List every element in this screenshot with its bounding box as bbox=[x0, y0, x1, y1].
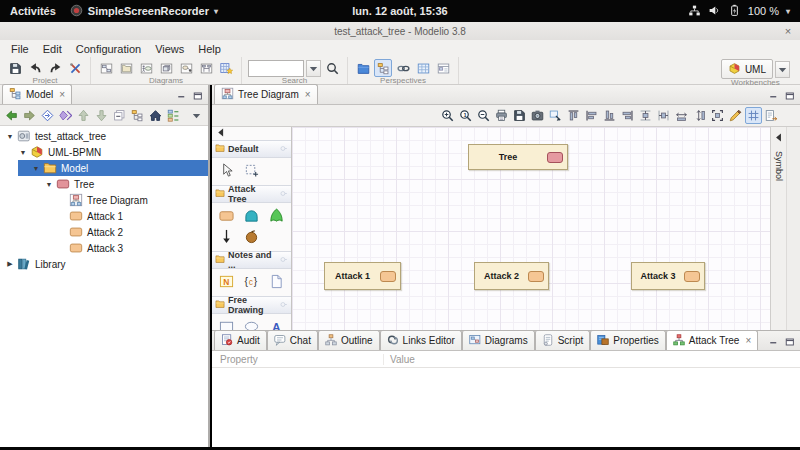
symbol-panel-collapsed[interactable]: Symbol bbox=[770, 127, 786, 330]
related2-icon[interactable] bbox=[57, 107, 74, 124]
diagram-canvas[interactable]: TreeAttack 1Attack 2Attack 3 bbox=[292, 127, 770, 330]
snapshot-icon[interactable] bbox=[529, 107, 546, 124]
collapse-arrow-icon[interactable]: ▼ bbox=[17, 149, 29, 156]
marquee-tool[interactable] bbox=[241, 161, 261, 180]
and-gate-tool[interactable] bbox=[241, 206, 261, 225]
new-matrix-icon[interactable] bbox=[217, 59, 235, 77]
pin-icon[interactable] bbox=[279, 189, 288, 200]
sequence-diagram-icon[interactable] bbox=[197, 59, 215, 77]
or-gate-tool[interactable] bbox=[266, 206, 286, 225]
palette-section-free-drawing[interactable]: Free Drawing bbox=[212, 296, 291, 314]
menu-views[interactable]: Views bbox=[148, 43, 191, 55]
note-tool[interactable]: N bbox=[216, 272, 236, 291]
palette-section-notes-and-[interactable]: Notes and ... bbox=[212, 251, 291, 269]
tree-item-model[interactable]: ▼Model bbox=[0, 160, 208, 176]
expand-arrow-icon[interactable]: ▶ bbox=[4, 260, 16, 268]
properties-table-body[interactable] bbox=[212, 368, 800, 447]
link-tool[interactable] bbox=[216, 227, 236, 246]
minimize-button[interactable] bbox=[767, 90, 780, 101]
diagram-node-attack-3[interactable]: Attack 3 bbox=[631, 262, 705, 290]
pin-icon[interactable] bbox=[279, 144, 288, 155]
view-menu-icon[interactable] bbox=[188, 107, 205, 124]
model-tree-icon[interactable] bbox=[374, 59, 392, 77]
close-icon[interactable]: × bbox=[59, 89, 65, 100]
tree-item-tree-diagram[interactable]: Tree Diagram bbox=[0, 192, 208, 208]
system-tray[interactable]: 100 % ▾ bbox=[688, 4, 800, 19]
distribute-h-icon[interactable] bbox=[655, 107, 672, 124]
export-icon[interactable] bbox=[763, 107, 780, 124]
grid-icon[interactable] bbox=[745, 107, 762, 124]
window-close-button[interactable]: × bbox=[776, 25, 800, 37]
search-input[interactable] bbox=[248, 60, 304, 77]
pin-icon[interactable] bbox=[279, 300, 288, 311]
tab-diagrams[interactable]: Diagrams bbox=[462, 330, 535, 350]
home-icon[interactable] bbox=[147, 107, 164, 124]
redo-icon[interactable] bbox=[46, 59, 64, 77]
palette-section-attack-tree[interactable]: Attack Tree bbox=[212, 185, 291, 203]
tree-item-attack-2[interactable]: Attack 2 bbox=[0, 224, 208, 240]
zoom-select-icon[interactable] bbox=[547, 107, 564, 124]
workbench-selector[interactable]: UML bbox=[721, 59, 773, 79]
tree-item-uml-bpmn[interactable]: ▼UML-BPMN bbox=[0, 144, 208, 160]
palette-section-default[interactable]: Default bbox=[212, 140, 291, 158]
tree-item-tree[interactable]: ▼Tree bbox=[0, 176, 208, 192]
config-tree-icon[interactable] bbox=[165, 107, 182, 124]
nav-forward-icon[interactable] bbox=[21, 107, 38, 124]
document-tool[interactable] bbox=[266, 272, 286, 291]
tab-links-editor[interactable]: Links Editor bbox=[380, 330, 462, 350]
workbench-dropdown-button[interactable] bbox=[775, 61, 790, 78]
minimize-button[interactable] bbox=[767, 336, 780, 347]
maximize-button[interactable] bbox=[191, 90, 204, 101]
tree-item-attack-3[interactable]: Attack 3 bbox=[0, 240, 208, 256]
tab-script[interactable]: Script bbox=[535, 330, 591, 350]
search-icon[interactable] bbox=[323, 59, 341, 77]
tab-attack-tree[interactable]: Attack Tree× bbox=[666, 330, 758, 350]
diagram-node-attack-2[interactable]: Attack 2 bbox=[474, 262, 549, 290]
save-icon[interactable] bbox=[511, 107, 528, 124]
nav-back-icon[interactable] bbox=[3, 107, 20, 124]
palette-collapse-icon[interactable] bbox=[215, 125, 228, 143]
move-up-icon[interactable] bbox=[75, 107, 92, 124]
links-icon[interactable] bbox=[394, 59, 412, 77]
tab-model[interactable]: Model × bbox=[2, 84, 72, 104]
related-icon[interactable] bbox=[39, 107, 56, 124]
fit-frame-icon[interactable] bbox=[709, 107, 726, 124]
diagram-node-attack-1[interactable]: Attack 1 bbox=[324, 262, 401, 290]
same-height-icon[interactable] bbox=[691, 107, 708, 124]
collapse-arrow-icon[interactable]: ▼ bbox=[4, 133, 16, 140]
activities-button[interactable]: Activités bbox=[10, 5, 56, 17]
tree-item-attack-1[interactable]: Attack 1 bbox=[0, 208, 208, 224]
menu-configuration[interactable]: Configuration bbox=[69, 43, 148, 55]
tree-item-test-attack-tree[interactable]: ▼test_attack_tree bbox=[0, 128, 208, 144]
close-icon[interactable]: × bbox=[305, 89, 311, 100]
class-diagram-icon[interactable] bbox=[97, 59, 115, 77]
window-view-icon[interactable] bbox=[434, 59, 452, 77]
zoom-original-icon[interactable]: 1 bbox=[457, 107, 474, 124]
deployment-diagram-icon[interactable] bbox=[157, 59, 175, 77]
use-case-diagram-icon[interactable] bbox=[137, 59, 155, 77]
align-right-icon[interactable] bbox=[619, 107, 636, 124]
pin-icon[interactable] bbox=[279, 255, 288, 266]
menu-edit[interactable]: Edit bbox=[36, 43, 69, 55]
zoom-in-icon[interactable] bbox=[439, 107, 456, 124]
minimize-button[interactable] bbox=[175, 90, 188, 101]
close-icon[interactable]: × bbox=[745, 335, 751, 346]
diagram-node-tree[interactable]: Tree bbox=[468, 144, 568, 170]
tab-properties[interactable]: Properties bbox=[590, 330, 666, 350]
print-icon[interactable] bbox=[493, 107, 510, 124]
move-down-icon[interactable] bbox=[93, 107, 110, 124]
align-left-icon[interactable] bbox=[583, 107, 600, 124]
style-brush-icon[interactable] bbox=[727, 107, 744, 124]
tab-chat[interactable]: Chat bbox=[267, 330, 318, 350]
save-icon[interactable] bbox=[6, 59, 24, 77]
tree-item-library[interactable]: ▶Library bbox=[0, 256, 208, 272]
app-indicator-menu[interactable]: SimpleScreenRecorder ▾ bbox=[70, 4, 218, 19]
tools-icon[interactable] bbox=[66, 59, 84, 77]
menu-file[interactable]: File bbox=[4, 43, 36, 55]
menu-help[interactable]: Help bbox=[191, 43, 228, 55]
tab-audit[interactable]: Audit bbox=[214, 330, 267, 350]
link-mode-icon[interactable] bbox=[129, 107, 146, 124]
folder-blue-icon[interactable] bbox=[354, 59, 372, 77]
tab-tree-diagram[interactable]: Tree Diagram × bbox=[214, 84, 318, 104]
event-tool[interactable] bbox=[241, 227, 261, 246]
